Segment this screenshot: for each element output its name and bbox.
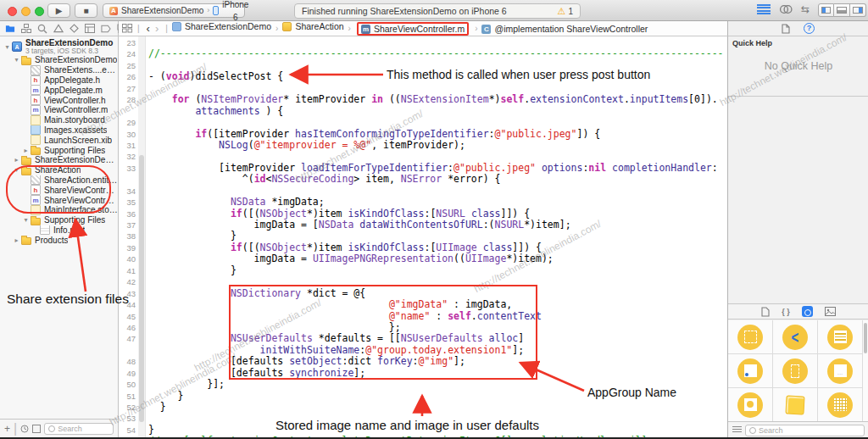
test-navigator-icon[interactable]: [70, 24, 79, 34]
tree-item-appdelegate-h[interactable]: hAppDelegate.h: [0, 75, 118, 86]
add-icon[interactable]: +: [4, 423, 10, 435]
quick-help-empty-text: No Quick Help: [728, 60, 868, 72]
breadcrumb-item--implementation-shareviewcontroller[interactable]: C@implementation ShareViewController: [481, 24, 648, 34]
tree-item-shareextensiondemo[interactable]: ▾ShareExtensionDemo: [0, 55, 118, 65]
go-forward-button[interactable]: ›: [155, 23, 159, 34]
disclosure-triangle[interactable]: ▾: [3, 43, 11, 51]
code-snippet-library-icon[interactable]: { }: [782, 308, 790, 316]
library-item-navigation-bar[interactable]: <: [773, 320, 818, 354]
library-item-scroll-view[interactable]: [773, 354, 818, 388]
c-icon: C: [481, 25, 491, 34]
line-number: 53: [119, 413, 136, 424]
debug-navigator-icon[interactable]: [85, 24, 95, 34]
library-item-collection-view[interactable]: [818, 388, 863, 422]
inspector-panel: Quick Help No Quick Help { } <... Search: [727, 36, 868, 437]
breadcrumb-item-shareviewcontroller-m[interactable]: mShareViewController.m: [357, 22, 469, 36]
scm-status-icon[interactable]: [32, 425, 41, 433]
file-name: AppDelegate.h: [44, 75, 100, 85]
chevron-right-icon: ›: [348, 24, 351, 33]
recent-files-icon[interactable]: [20, 425, 29, 433]
toggle-debug-area-button[interactable]: [834, 3, 850, 17]
tree-item-project-root[interactable]: ▾ A ShareExtensionDemo 3 targets, iOS SD…: [0, 36, 118, 55]
tree-item-supporting-files[interactable]: ▾Supporting Files: [0, 215, 118, 225]
tree-item-launchscreen-xib[interactable]: LaunchScreen.xib: [0, 135, 118, 145]
list-view-icon[interactable]: [732, 426, 742, 434]
tree-item-viewcontroller-h[interactable]: hViewController.h: [0, 95, 118, 105]
disclosure-triangle[interactable]: ▸: [13, 236, 20, 244]
library-item-image-view[interactable]: [728, 388, 773, 422]
code-folding-ribbon[interactable]: [138, 36, 146, 437]
xc-file-icon: [31, 125, 41, 136]
folder-file-icon: [21, 158, 31, 165]
code-line: 52 }: [119, 402, 727, 413]
tree-item-products[interactable]: ▸Products: [0, 235, 118, 245]
warning-badge[interactable]: ⚠ 1: [558, 7, 573, 16]
file-template-library-icon[interactable]: [761, 307, 770, 317]
assistant-editor-icon[interactable]: [779, 4, 793, 14]
disclosure-triangle[interactable]: ▸: [13, 156, 20, 164]
tree-item-main-storyboard[interactable]: Main.storyboard: [0, 115, 118, 125]
tree-item-shareextens-entitlements[interactable]: ShareExtens....entitlements: [0, 65, 118, 75]
issue-navigator-icon[interactable]: [53, 24, 64, 34]
symbol-navigator-icon[interactable]: [21, 24, 31, 34]
library-item-table-view[interactable]: [818, 320, 863, 354]
status-text: Finished running ShareExtensionDemo on i…: [302, 6, 507, 16]
scrollbar[interactable]: [864, 323, 867, 353]
disclosure-triangle[interactable]: ▸: [22, 147, 30, 154]
run-button[interactable]: ▶: [47, 3, 70, 18]
tree-item-images-xcassets[interactable]: Images.xcassets: [0, 125, 118, 136]
code-line: 34: [119, 186, 727, 197]
tree-item-shareextensiondemotests[interactable]: ▸ShareExtensionDemoTests: [0, 155, 118, 165]
file-inspector-icon[interactable]: [782, 24, 790, 34]
navigator-search-field[interactable]: Search: [44, 423, 114, 435]
folder-file-icon: [21, 58, 31, 65]
line-number: 42: [119, 276, 136, 287]
media-library-icon[interactable]: [825, 307, 836, 316]
h-file-icon: h: [31, 95, 41, 105]
library-item-view[interactable]: [728, 320, 773, 354]
search-placeholder: Search: [759, 426, 783, 435]
line-number: 49: [119, 368, 136, 379]
navigator-filter-bar: + | Search: [0, 419, 119, 437]
line-number: 36: [119, 208, 136, 220]
zoom-window-button[interactable]: [35, 7, 44, 16]
toggle-navigator-button[interactable]: [818, 3, 834, 17]
toggle-inspector-button[interactable]: [850, 3, 866, 17]
search-navigator-icon[interactable]: [37, 24, 47, 34]
breadcrumb-item-shareextensiondemo[interactable]: ShareExtensionDemo: [172, 21, 271, 31]
library-item-box[interactable]: [773, 388, 818, 422]
table-view-icon: [834, 331, 847, 343]
breadcrumb-label: ShareAction: [295, 21, 343, 31]
version-editor-icon[interactable]: ⇆: [801, 4, 810, 14]
go-back-button[interactable]: ‹: [147, 23, 150, 34]
library-item-tab-bar[interactable]: [728, 354, 773, 388]
xcode-window: ▶ ■ A ShareExtensionDemo › iPhone 6 Fini…: [0, 0, 868, 439]
tree-item-appdelegate-m[interactable]: mAppDelegate.m: [0, 85, 118, 95]
breakpoint-navigator-icon[interactable]: [101, 24, 111, 34]
tree-item-viewcontroller-m[interactable]: mViewController.m: [0, 105, 118, 115]
minimize-window-button[interactable]: [21, 7, 31, 16]
file-name: ViewController.m: [44, 105, 108, 114]
object-library-icon[interactable]: [802, 306, 813, 317]
code-text: if([(NSObject*)item isKindOfClass:[UIIma…: [148, 242, 542, 253]
library-item-toolbar[interactable]: ...: [818, 354, 863, 388]
tree-item-info-plist[interactable]: Info.plist: [0, 225, 118, 236]
scheme-selector[interactable]: A ShareExtensionDemo › iPhone 6: [103, 3, 245, 18]
project-navigator-icon[interactable]: [5, 24, 15, 34]
annotation-did-select-post: This method is called when user press po…: [387, 68, 650, 81]
disclosure-triangle[interactable]: ▾: [22, 216, 30, 224]
related-items-icon[interactable]: [122, 24, 133, 33]
breadcrumb-item-shareaction[interactable]: ShareAction: [282, 21, 343, 31]
line-number: 37: [119, 220, 136, 231]
close-window-button[interactable]: [8, 7, 17, 16]
library-search-field[interactable]: Search: [745, 425, 865, 436]
disclosure-triangle[interactable]: ▾: [13, 56, 20, 64]
m-file-icon: m: [31, 105, 41, 115]
code-line: 23: [119, 37, 727, 48]
standard-editor-icon[interactable]: [757, 4, 771, 14]
stop-button[interactable]: ■: [75, 3, 97, 18]
quick-help-inspector-icon[interactable]: ?: [804, 23, 815, 34]
annotation-stored-defaults: Stored image name and image in user defa…: [275, 418, 539, 432]
code-text: NSLog(@"itemprovider = %@", itemProvider…: [148, 140, 465, 151]
tree-item-supporting-files[interactable]: ▸Supporting Files: [0, 145, 118, 155]
